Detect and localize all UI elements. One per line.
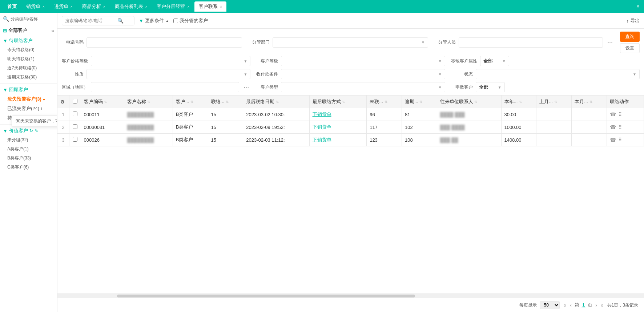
row-checkbox[interactable] (73, 137, 77, 142)
row-action[interactable]: ☎ ⠿ (607, 134, 644, 146)
col-last-date[interactable]: 最后联络日期 (243, 96, 309, 108)
sidebar-item-overdue[interactable]: 逾期未联络(30) (0, 73, 57, 82)
col-last-month[interactable]: 上月... (536, 96, 572, 108)
col-settings[interactable]: ⚙ (57, 96, 69, 108)
more-action-icon[interactable]: ⠿ (618, 112, 622, 117)
col-code[interactable]: 客户编码 (81, 96, 124, 108)
sidebar-collapse-button[interactable]: « (51, 28, 54, 33)
col-this-year[interactable]: 本年... (501, 96, 536, 108)
sidebar-item-churned[interactable]: 已流失客户(24) ℹ (0, 104, 57, 113)
customer-level-select[interactable]: ▼ (281, 56, 445, 66)
nav-tab-purchase[interactable]: 进货单 × (50, 1, 77, 12)
next-page-button[interactable]: › (595, 302, 598, 308)
sidebar-item-class-c[interactable]: C类客户(6) (0, 163, 57, 172)
sidebar-group-value[interactable]: ▼ 价值客户 ↻ ✎ (0, 126, 57, 135)
query-button[interactable]: 查询 (620, 32, 640, 42)
col-last-method[interactable]: 最后联络方式 (309, 96, 367, 108)
more-action-icon[interactable]: ⠿ (618, 137, 622, 143)
col-name[interactable]: 客户名称 (124, 96, 173, 108)
close-icon[interactable]: × (145, 5, 148, 9)
last-contact-method[interactable]: 下销货单 (309, 108, 367, 121)
more-action-icon[interactable]: ⠿ (618, 124, 622, 130)
row-action[interactable]: ☎ ⠿ (607, 121, 644, 134)
sidebar-item-class-a[interactable]: A类客户(1) (0, 145, 57, 154)
horizontal-scrollbar[interactable] (57, 293, 644, 298)
col-type[interactable]: 客户... (173, 96, 208, 108)
region-input[interactable] (91, 82, 239, 92)
nav-tab-sales[interactable]: 销货单 × (22, 1, 49, 12)
close-icon[interactable]: × (43, 5, 45, 9)
nav-tab-goods-list[interactable]: 商品分析列表 × (110, 1, 152, 12)
scrollbar-thumb[interactable] (117, 295, 415, 297)
col-overdue[interactable]: 逾期... (402, 96, 437, 108)
col-contact[interactable]: 联络... (208, 96, 243, 108)
close-all-button[interactable]: × (635, 2, 641, 11)
search-input[interactable] (65, 18, 116, 23)
payment-select[interactable]: ▼ (281, 69, 445, 79)
retail-label: 零散客户 (451, 84, 473, 90)
contact-action-icon[interactable]: ☎ (610, 137, 616, 143)
last-contact-method[interactable]: 下销货单 (309, 121, 367, 134)
settings-icon[interactable]: ⚙ (60, 99, 65, 105)
sidebar-item-churn-warning[interactable]: 流失预警客户(3) ● (0, 94, 57, 104)
filter-search-box[interactable]: 🔍 (62, 16, 134, 25)
more-button-2[interactable]: ··· (242, 84, 250, 91)
nav-tab-goods-analysis[interactable]: 商品分析 × (78, 1, 110, 12)
nav-tab-home[interactable]: 首页 (3, 1, 21, 12)
row-index: 1 (57, 108, 69, 121)
retail-select[interactable]: 全部 ▼ (476, 82, 505, 92)
current-page[interactable]: 1 (581, 302, 585, 308)
contact-action-icon[interactable]: ☎ (610, 112, 616, 117)
row-checkbox-cell[interactable] (69, 121, 81, 134)
export-button[interactable]: ↑ 导出 (627, 17, 640, 24)
nature-select[interactable]: ▼ (86, 69, 250, 79)
nav-tab-customer-contact[interactable]: 客户联系 × (194, 1, 226, 12)
prev-page-button[interactable]: ‹ (569, 302, 572, 308)
refresh-icon[interactable]: ↻ (29, 128, 33, 133)
last-contact-method[interactable]: 下销货单 (309, 134, 367, 146)
sidebar-item-today[interactable]: 今天待联络(0) (0, 45, 57, 54)
col-no-contact[interactable]: 未联... (367, 96, 402, 108)
customer-type-select[interactable]: ▼ (281, 82, 445, 92)
col-contact-person[interactable]: 往来单位联系人 (437, 96, 501, 108)
row-checkbox-cell[interactable] (69, 134, 81, 146)
close-icon[interactable]: × (71, 5, 73, 9)
phone-input[interactable] (86, 37, 242, 48)
first-page-button[interactable]: « (563, 302, 567, 308)
sidebar-item-class-b[interactable]: B类客户(33) (0, 154, 57, 163)
col-checkbox[interactable] (69, 96, 81, 108)
row-action[interactable]: ☎ ⠿ (607, 108, 644, 121)
my-customers-checkbox[interactable]: 我分管的客户 (173, 17, 208, 24)
my-customers-check[interactable] (173, 19, 178, 23)
price-level-select[interactable]: ▼ (91, 56, 250, 66)
zero-attr-select[interactable]: 全部 ▼ (480, 56, 509, 66)
close-icon[interactable]: × (220, 5, 222, 9)
more-conditions-button[interactable]: ▼ 更多条件 ▲ (139, 17, 169, 24)
close-icon[interactable]: × (103, 5, 105, 9)
sidebar-item-week[interactable]: 近7天待联络(0) (0, 64, 57, 73)
nav-tab-customer-segment[interactable]: 客户分层经营 × (152, 1, 194, 12)
filter-field-zero-attr: 零散客户属性 全部 ▼ (451, 56, 640, 66)
search-icon[interactable]: 🔍 (117, 18, 124, 24)
sidebar-item-tomorrow[interactable]: 明天待联络(1) (0, 54, 57, 64)
status-select[interactable]: ▼ (476, 69, 640, 79)
per-page-select[interactable]: 50 100 200 (540, 301, 560, 309)
row-checkbox[interactable] (73, 112, 77, 116)
select-all-checkbox[interactable] (73, 99, 77, 104)
more-button[interactable]: ··· (606, 39, 614, 46)
col-action-label: 联络动作 (610, 99, 629, 104)
row-checkbox-cell[interactable] (69, 108, 81, 121)
col-this-month[interactable]: 本月... (572, 96, 607, 108)
person-input[interactable] (459, 37, 603, 48)
contact-action-icon[interactable]: ☎ (610, 124, 616, 130)
row-checkbox[interactable] (73, 124, 77, 129)
close-icon[interactable]: × (187, 5, 189, 9)
dept-select[interactable]: ▼ (273, 37, 428, 48)
edit-icon[interactable]: ✎ (35, 128, 38, 133)
settings-button[interactable]: 设置 (620, 43, 640, 53)
last-page-button[interactable]: » (600, 302, 604, 308)
sidebar-item-ungroup[interactable]: 未分组(32) (0, 135, 57, 145)
sidebar-group-review[interactable]: ▼ 回顾客户 (0, 85, 57, 94)
sidebar-group-pending[interactable]: ▼ 待联络客户 (0, 36, 57, 45)
sidebar-search-input[interactable] (11, 16, 57, 21)
